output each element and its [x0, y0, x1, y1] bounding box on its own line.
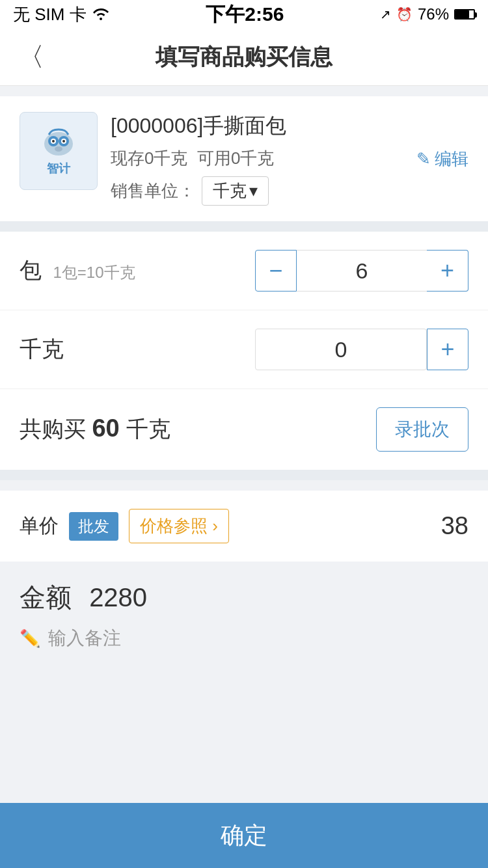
product-unit-row: 销售单位： 千克 ▾ [111, 176, 468, 206]
bottom-spacer [0, 664, 488, 742]
wifi-icon [92, 5, 110, 25]
bao-increase-button[interactable]: + [427, 250, 468, 292]
edit-button[interactable]: ✎ 编辑 [416, 148, 468, 170]
price-reference-button[interactable]: 价格参照 › [129, 509, 229, 543]
price-section: 单价 批发 价格参照 › 38 [0, 491, 488, 562]
section-divider-2 [0, 470, 488, 480]
pencil-icon: ✏️ [20, 629, 40, 649]
price-label: 单价 [20, 513, 59, 539]
amount-value: 2280 [89, 583, 147, 612]
bao-sub: 1包=10千克 [53, 264, 135, 281]
svg-point-7 [55, 146, 62, 152]
amount-section: 金额 2280 ✏️ 输入备注 [0, 562, 488, 664]
product-name: [0000006]手撕面包 [111, 112, 468, 141]
back-button[interactable]: 〈 [18, 39, 44, 75]
bao-quantity-input[interactable] [297, 250, 427, 292]
price-tag: 批发 [69, 512, 118, 541]
qianke-input-row: 千克 + [0, 310, 488, 389]
bao-quantity-control: − + [255, 250, 468, 292]
alarm-icon: ⏰ [396, 7, 413, 22]
battery-label: 76% [418, 5, 449, 23]
edit-icon: ✎ [416, 149, 431, 169]
bao-label: 包 1包=10千克 [20, 256, 255, 286]
page-title: 填写商品购买信息 [156, 42, 332, 72]
qianke-quantity-input[interactable] [255, 329, 427, 370]
remark-row[interactable]: ✏️ 输入备注 [20, 626, 468, 651]
no-sim-label: 无 SIM 卡 [13, 3, 87, 26]
svg-point-0 [44, 132, 73, 156]
status-bar: 无 SIM 卡 下午2:56 ↗ ⏰ 76% [0, 0, 488, 29]
confirm-button-label: 确定 [221, 820, 267, 852]
svg-point-5 [52, 140, 55, 142]
product-thumbnail: 智计 [20, 112, 98, 190]
qianke-quantity-control: + [255, 329, 468, 370]
product-card: 智计 [0000006]手撕面包 现存0千克 可用0千克 销售单位： 千克 ▾ … [0, 96, 488, 221]
section-divider-1 [0, 221, 488, 232]
qianke-label: 千克 [20, 334, 255, 364]
amount-row: 金额 2280 [20, 580, 468, 616]
unit-select[interactable]: 千克 ▾ [202, 176, 269, 206]
product-info: [0000006]手撕面包 现存0千克 可用0千克 销售单位： 千克 ▾ [111, 112, 468, 206]
remark-placeholder: 输入备注 [48, 626, 121, 651]
svg-point-6 [62, 140, 65, 142]
record-batch-button[interactable]: 录批次 [376, 407, 468, 452]
product-stock: 现存0千克 可用0千克 [111, 147, 468, 170]
status-left: 无 SIM 卡 [13, 3, 110, 26]
status-right: ↗ ⏰ 76% [380, 5, 475, 23]
bao-decrease-button[interactable]: − [255, 250, 297, 292]
bao-input-row: 包 1包=10千克 − + [0, 232, 488, 310]
logo-text: 智计 [47, 161, 70, 176]
input-section: 包 1包=10千克 − + 千克 + 共购买 60 千克 录批次 [0, 232, 488, 470]
summary-quantity: 60 [92, 414, 126, 442]
battery-icon [454, 9, 475, 20]
owl-logo-icon [39, 126, 78, 158]
summary-text: 共购买 60 千克 [20, 414, 170, 444]
location-icon: ↗ [380, 7, 391, 22]
nav-bar: 〈 填写商品购买信息 [0, 29, 488, 86]
price-value: 38 [441, 512, 468, 540]
status-time: 下午2:56 [206, 1, 284, 28]
confirm-button[interactable]: 确定 [0, 803, 488, 868]
summary-row: 共购买 60 千克 录批次 [0, 389, 488, 470]
qianke-increase-button[interactable]: + [427, 329, 468, 370]
